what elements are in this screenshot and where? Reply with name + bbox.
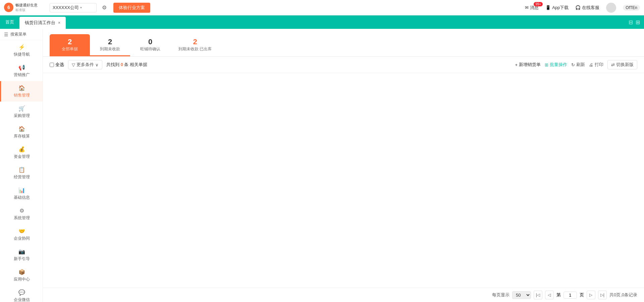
per-page-select[interactable]: 50 100 <box>512 291 531 299</box>
switch-version-button[interactable]: ⇄ 切换新版 <box>607 60 637 69</box>
home-tab[interactable]: 首页 <box>0 15 19 29</box>
add-sale-order-button[interactable]: + 新增销货单 <box>515 62 541 68</box>
stat-label-all: 全部单据 <box>62 46 78 52</box>
batch-icon: ⊞ <box>545 62 548 67</box>
minimize-icon[interactable]: ⊟ <box>629 19 633 25</box>
table-area <box>43 73 644 288</box>
print-button[interactable]: 🖨 打印 <box>589 62 603 68</box>
app-center-icon: 📦 <box>18 268 25 275</box>
stat-number-pending: 0 <box>148 38 152 46</box>
filter-label: 更多条件 <box>76 62 94 68</box>
sidebar-item-label: 库存核算 <box>14 133 30 139</box>
count-unit: 条 相关单据 <box>124 62 147 67</box>
logo-area: 6 畅捷通好生意 标准版 <box>4 3 47 12</box>
filter-button[interactable]: ▽ 更多条件 ∨ <box>68 60 102 69</box>
count-number: 0 <box>121 62 123 67</box>
sidebar-item-label: 基础信息 <box>14 195 30 200</box>
stat-tab-shipped[interactable]: 2 到期未收款 已出库 <box>170 34 220 56</box>
company-selector[interactable]: XXXXXX公司 ▾ <box>50 3 97 12</box>
page-number-input[interactable]: 1 <box>564 292 577 299</box>
service-icon: 🎧 <box>575 5 581 10</box>
nav-tab-end: ⊟ ⊞ <box>629 15 644 29</box>
sidebar-item-wechat[interactable]: 💬 企业微信 <box>0 286 43 302</box>
sidebar-item-sales[interactable]: 🏠 销售管理 <box>0 81 43 102</box>
message-item[interactable]: ✉ 消息 99 <box>525 5 539 11</box>
sidebar-item-app-center[interactable]: 📦 应用中心 <box>0 265 43 286</box>
header-right: ✉ 消息 99 📱 App下载 🎧 在线客服 OfTEn <box>525 3 640 13</box>
stat-tab-pending[interactable]: 0 旺铺待确认 <box>130 34 170 56</box>
sidebar-item-label: 企业微信 <box>14 297 30 302</box>
inventory-icon: 🏠 <box>18 125 25 132</box>
sidebar-item-marketing[interactable]: 📢 营销推广 <box>0 61 43 81</box>
toolbar: 全选 ▽ 更多条件 ∨ 共找到 0 条 相关单据 + 新增销货单 ⊞ 批量操作 <box>43 57 644 73</box>
maximize-icon[interactable]: ⊞ <box>636 19 640 25</box>
switch-icon: ⇄ <box>611 62 615 67</box>
stat-label-shipped: 到期未收款 已出库 <box>178 46 212 52</box>
page-label: 第 <box>556 292 561 298</box>
per-page-label: 每页显示 <box>492 292 509 298</box>
sidebar-item-operations[interactable]: 📋 经营管理 <box>0 163 43 183</box>
main-layout: ☰ 搜索菜单 ⚡ 快捷导航 📢 营销推广 🏠 销售管理 🛒 采购管理 🏠 库存核… <box>0 29 644 302</box>
avatar-name[interactable]: OfTEn <box>623 5 640 11</box>
chevron-down-icon: ▾ <box>80 6 82 9</box>
select-all-label: 全选 <box>55 62 64 68</box>
sidebar-item-quick-nav[interactable]: ⚡ 快捷导航 <box>0 40 43 61</box>
sidebar-item-basics[interactable]: 📊 基础信息 <box>0 183 43 204</box>
stat-tab-all[interactable]: 2 全部单据 <box>50 34 90 56</box>
stat-number-shipped: 2 <box>193 38 197 46</box>
logo-text: 畅捷通好生意 <box>15 3 38 7</box>
company-name: XXXXXX公司 <box>53 5 79 11</box>
count-text: 共找到 <box>106 62 119 67</box>
sidebar-item-label: 企业协同 <box>14 236 30 241</box>
print-icon: 🖨 <box>589 62 593 67</box>
finance-icon: 💰 <box>18 146 25 153</box>
select-all-checkbox[interactable]: 全选 <box>50 62 64 68</box>
settings-icon[interactable]: ⚙ <box>99 3 109 13</box>
next-page-button[interactable]: ▷ <box>587 291 595 299</box>
content-area: 2 全部单据 2 到期未收款 0 旺铺待确认 2 到期未收款 已出库 <box>43 29 644 302</box>
sidebar-item-purchase[interactable]: 🛒 采购管理 <box>0 102 43 122</box>
search-menu[interactable]: ☰ 搜索菜单 <box>0 29 43 40</box>
add-label: 新增销货单 <box>519 62 541 68</box>
close-tab-icon[interactable]: × <box>58 20 60 25</box>
filter-chevron-icon: ∨ <box>95 62 99 67</box>
sidebar-item-guide[interactable]: 📷 新手引导 <box>0 245 43 265</box>
stat-number-overdue: 2 <box>108 38 112 46</box>
sidebar-item-system[interactable]: ⚙ 系统管理 <box>0 204 43 224</box>
search-menu-label: 搜索菜单 <box>10 32 26 37</box>
sidebar-item-label: 新手引导 <box>14 256 30 262</box>
first-page-button[interactable]: |◁ <box>534 291 542 299</box>
filter-icon: ▽ <box>72 62 75 67</box>
logo-tag: 标准版 <box>15 8 38 12</box>
page-total: 共0页,0条记录 <box>609 292 637 298</box>
checkbox-input[interactable] <box>50 63 54 67</box>
stat-tab-overdue[interactable]: 2 到期未收款 <box>90 34 130 56</box>
wechat-icon: 💬 <box>18 289 25 296</box>
quick-nav-icon: ⚡ <box>18 44 25 50</box>
avatar[interactable] <box>606 3 616 13</box>
add-icon: + <box>515 62 518 67</box>
app-download-item[interactable]: 📱 App下载 <box>545 5 569 11</box>
prev-page-button[interactable]: ◁ <box>545 291 554 299</box>
stat-number-all: 2 <box>68 38 72 46</box>
sidebar-item-label: 系统管理 <box>14 215 30 221</box>
stats-tabs-row: 2 全部单据 2 到期未收款 0 旺铺待确认 2 到期未收款 已出库 <box>50 34 637 56</box>
batch-operation-button[interactable]: ⊞ 批量操作 <box>545 62 567 68</box>
batch-label: 批量操作 <box>550 62 567 68</box>
refresh-button[interactable]: ↻ 刷新 <box>571 62 585 68</box>
message-icon: ✉ <box>525 5 529 10</box>
switch-label: 切换新版 <box>616 62 634 68</box>
pagination: 每页显示 50 100 |◁ ◁ 第 1 页 ▷ ▷| 共0页,0条记录 <box>43 288 644 302</box>
sidebar-item-finance[interactable]: 💰 资金管理 <box>0 142 43 163</box>
online-service-item[interactable]: 🎧 在线客服 <box>575 5 599 11</box>
guide-icon: 📷 <box>18 248 25 255</box>
sidebar-item-inventory[interactable]: 🏠 库存核算 <box>0 122 43 142</box>
last-page-button[interactable]: ▷| <box>598 291 607 299</box>
stat-label-pending: 旺铺待确认 <box>140 46 160 52</box>
purchase-icon: 🛒 <box>18 105 25 112</box>
stats-tabs: 2 全部单据 2 到期未收款 0 旺铺待确认 2 到期未收款 已出库 <box>43 29 644 57</box>
active-tab[interactable]: 钱货日清工作台 × <box>19 17 66 29</box>
sidebar-item-enterprise[interactable]: 🤝 企业协同 <box>0 224 43 245</box>
trial-button[interactable]: 体验行业方案 <box>113 3 150 13</box>
message-badge: 99 <box>534 2 543 6</box>
